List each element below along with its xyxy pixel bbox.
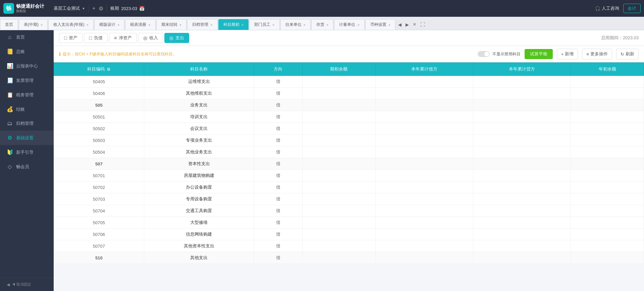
subtab-expense[interactable]: ◎ 支出: [164, 33, 189, 43]
cell-ytd-credit[interactable]: [473, 88, 571, 99]
cell-year-bal[interactable]: [571, 158, 644, 170]
tab-contacts-close[interactable]: ×: [304, 23, 306, 27]
col-code-settings-icon[interactable]: ⚙: [107, 67, 111, 72]
cell-ytd-credit[interactable]: [473, 240, 571, 252]
cell-period-bal[interactable]: [302, 123, 375, 135]
cell-ytd-credit[interactable]: [473, 146, 571, 158]
tabs-next-button[interactable]: ▶: [404, 19, 411, 30]
cell-year-bal[interactable]: [571, 135, 644, 146]
cell-period-bal[interactable]: [302, 170, 375, 182]
cell-ytd-debit[interactable]: [375, 146, 473, 158]
table-row[interactable]: 507 资本性支出 借: [54, 158, 644, 170]
cell-year-bal[interactable]: [571, 182, 644, 193]
tab-inventory[interactable]: 存货 ×: [311, 19, 333, 30]
toggle-switch[interactable]: [478, 51, 490, 57]
cell-ytd-credit[interactable]: [473, 170, 571, 182]
cell-period-bal[interactable]: [302, 158, 375, 170]
table-row[interactable]: 50504 其他业务支出 借: [54, 146, 644, 158]
table-row[interactable]: 505 业务支出 借: [54, 99, 644, 111]
cell-year-bal[interactable]: [571, 170, 644, 182]
calendar-icon[interactable]: 📅: [139, 6, 145, 11]
tab-contacts[interactable]: 往来单位 ×: [280, 19, 311, 30]
cell-period-bal[interactable]: [302, 193, 375, 205]
tab-mid-report[interactable]: 表(中期) ×: [19, 19, 48, 30]
cell-period-bal[interactable]: [302, 229, 375, 240]
cell-ytd-credit[interactable]: [473, 217, 571, 229]
cell-year-bal[interactable]: [571, 76, 644, 88]
cell-ytd-debit[interactable]: [375, 170, 473, 182]
cell-ytd-debit[interactable]: [375, 217, 473, 229]
cell-period-bal[interactable]: [302, 240, 375, 252]
tab-annual-report-close[interactable]: ×: [86, 23, 88, 27]
cell-ytd-credit[interactable]: [473, 205, 571, 217]
subtab-asset[interactable]: □ 资产: [59, 33, 83, 43]
cell-ytd-debit[interactable]: [375, 111, 473, 123]
tab-dept-close[interactable]: ×: [272, 23, 274, 27]
tab-home[interactable]: 首页: [0, 19, 18, 30]
cell-year-bal[interactable]: [571, 99, 644, 111]
sidebar-item-tax[interactable]: 📋 税务管理: [0, 88, 54, 102]
more-button[interactable]: ≡ 更多操作: [582, 49, 612, 59]
tab-tax-table-close[interactable]: ×: [148, 23, 150, 27]
cell-ytd-credit[interactable]: [473, 252, 571, 264]
tab-units-close[interactable]: ×: [357, 23, 359, 27]
tab-period-close-close[interactable]: ×: [179, 23, 181, 27]
cell-year-bal[interactable]: [571, 146, 644, 158]
table-row[interactable]: 50405 运维维支出 借: [54, 76, 644, 88]
tab-units[interactable]: 计量单位 ×: [334, 19, 364, 30]
cell-ytd-credit[interactable]: [473, 193, 571, 205]
cell-year-bal[interactable]: [571, 111, 644, 123]
tab-archive-close[interactable]: ×: [210, 23, 212, 27]
cell-ytd-credit[interactable]: [473, 158, 571, 170]
company-selector[interactable]: 基层工会测试 ▼: [54, 5, 85, 11]
cell-period-bal[interactable]: [302, 146, 375, 158]
tab-template-close[interactable]: ×: [117, 23, 119, 27]
tab-currency[interactable]: 币种设置 ×: [365, 19, 395, 30]
cell-period-bal[interactable]: [302, 111, 375, 123]
sidebar-item-member[interactable]: ◇ 畅会员: [0, 159, 54, 174]
subtab-income[interactable]: ◎ 收入: [138, 33, 163, 43]
cell-period-bal[interactable]: [302, 135, 375, 146]
sidebar-item-guide[interactable]: 🔰 新手引导: [0, 145, 54, 159]
cell-ytd-debit[interactable]: [375, 76, 473, 88]
tab-tax-table[interactable]: 税表清册 ×: [125, 19, 155, 30]
sidebar-item-closing[interactable]: 💰 结账: [0, 102, 54, 116]
tab-archive[interactable]: 归档管理 ×: [187, 19, 217, 30]
cell-year-bal[interactable]: [571, 193, 644, 205]
cell-ytd-debit[interactable]: [375, 135, 473, 146]
cell-ytd-debit[interactable]: [375, 252, 473, 264]
table-row[interactable]: 50502 会议支出 借: [54, 123, 644, 135]
sidebar-item-reports[interactable]: 📊 云报表中心: [0, 59, 54, 73]
cell-ytd-debit[interactable]: [375, 205, 473, 217]
cell-ytd-credit[interactable]: [473, 123, 571, 135]
tabs-prev-button[interactable]: ◀: [396, 19, 404, 30]
tab-currency-close[interactable]: ×: [388, 23, 390, 27]
tab-subject-init[interactable]: 科目期初 ×: [218, 19, 249, 30]
table-row[interactable]: 50706 信息网络购建 借: [54, 229, 644, 240]
table-row[interactable]: 50503 专项业务支出 借: [54, 135, 644, 146]
cell-ytd-credit[interactable]: [473, 111, 571, 123]
cell-period-bal[interactable]: [302, 76, 375, 88]
cell-period-bal[interactable]: [302, 252, 375, 264]
cell-ytd-debit[interactable]: [375, 193, 473, 205]
workspace-settings-button[interactable]: ⚙: [99, 5, 103, 12]
cell-year-bal[interactable]: [571, 217, 644, 229]
cell-ytd-debit[interactable]: [375, 88, 473, 99]
sidebar-item-ledger[interactable]: 📒 总账: [0, 44, 54, 59]
cell-year-bal[interactable]: [571, 88, 644, 99]
cell-period-bal[interactable]: [302, 88, 375, 99]
cell-ytd-debit[interactable]: [375, 240, 473, 252]
cell-ytd-credit[interactable]: [473, 99, 571, 111]
calc-balance-button[interactable]: 试算平衡: [525, 49, 553, 59]
sidebar-item-invoice[interactable]: 🧾 发票管理: [0, 73, 54, 88]
tab-subject-init-close[interactable]: ×: [241, 23, 244, 27]
tab-dept[interactable]: 部门员工 ×: [249, 19, 279, 30]
cell-year-bal[interactable]: [571, 123, 644, 135]
cell-ytd-credit[interactable]: [473, 182, 571, 193]
refresh-button[interactable]: ↻ 刷新: [616, 49, 639, 59]
tab-annual-report[interactable]: 收入支出表(年报) ×: [48, 19, 93, 30]
table-row[interactable]: 50703 专用设备购置 借: [54, 193, 644, 205]
subtab-liability[interactable]: □ 负债: [84, 33, 107, 43]
sidebar-collapse-button[interactable]: ◀ ◀ 取消固定: [0, 278, 54, 291]
cell-year-bal[interactable]: [571, 252, 644, 264]
